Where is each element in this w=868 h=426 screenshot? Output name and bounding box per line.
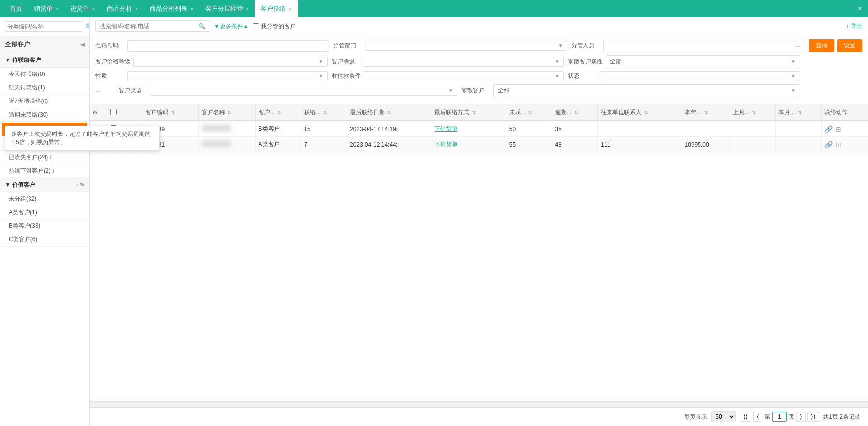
th-last-contact-method[interactable]: 最后联络方式 ⇅ bbox=[431, 104, 506, 121]
query-button[interactable]: 查询 bbox=[809, 39, 834, 52]
filter-gender: 性质 ▼ bbox=[95, 71, 328, 81]
settings-button[interactable]: 设置 bbox=[837, 39, 862, 52]
prev-page-btn[interactable]: ⟨ bbox=[753, 412, 762, 422]
export-button[interactable]: ↑ 导出 bbox=[846, 22, 862, 30]
current-page-input[interactable] bbox=[772, 412, 787, 422]
export-icon: ↑ bbox=[846, 23, 849, 29]
nav-home[interactable]: 首页 bbox=[4, 0, 28, 17]
sidebar-item-7days[interactable]: 近7天待联络(0) bbox=[0, 95, 89, 108]
row-action-grid[interactable]: ⊞ bbox=[836, 125, 841, 133]
sidebar-item-tomorrow[interactable]: 明天待联络(1) bbox=[0, 81, 89, 95]
value-customer-edit-icons[interactable]: ○ ✎ bbox=[75, 182, 84, 188]
sidebar-search-icon[interactable]: 🔍 bbox=[85, 23, 90, 30]
select-all-checkbox[interactable] bbox=[110, 109, 117, 115]
th-contacts[interactable]: 联络... ⇅ bbox=[301, 104, 347, 121]
payment-label: 收付款条件 bbox=[332, 72, 361, 80]
row-last-month bbox=[730, 137, 776, 152]
sidebar-item-today[interactable]: 今天待联络(0) bbox=[0, 68, 89, 81]
all-customers-header[interactable]: 全部客户 ◀ bbox=[0, 36, 89, 53]
row-action-link[interactable]: 🔗 bbox=[824, 125, 833, 133]
customer-type-select[interactable]: ▼ bbox=[151, 86, 457, 96]
th-this-year[interactable]: 本年... ⇅ bbox=[682, 104, 730, 121]
sidebar-item-unclassified[interactable]: 未分组(32) bbox=[0, 192, 89, 206]
row-action-grid[interactable]: ⊞ bbox=[836, 141, 841, 148]
row-action-link[interactable]: 🔗 bbox=[824, 141, 833, 148]
th-category[interactable]: 客户... ⇅ bbox=[255, 104, 301, 121]
horizontal-scrollbar[interactable] bbox=[90, 401, 868, 407]
row-category: B类客户 bbox=[255, 121, 301, 137]
filter-row-2: 客户价格等级 ▼ 客户等级 ▼ 零散客户属性 全部 bbox=[95, 55, 862, 68]
th-last-month[interactable]: 上月... ⇅ bbox=[730, 104, 776, 121]
search-input[interactable] bbox=[100, 23, 197, 29]
nav-customer-contact[interactable]: 客户联络 × bbox=[255, 0, 297, 17]
more-dots[interactable]: ··· bbox=[95, 87, 101, 95]
nav-sales-close[interactable]: × bbox=[56, 6, 59, 12]
my-customers-checkbox-area: 我分管的客户 bbox=[253, 22, 296, 30]
sidebar-item-overdue[interactable]: 逾期未联络(30) bbox=[0, 108, 89, 122]
close-all-tabs[interactable]: × bbox=[858, 4, 862, 13]
row-last-month bbox=[730, 121, 776, 137]
person-select[interactable]: ··· bbox=[603, 40, 805, 52]
th-gear[interactable]: ⚙ bbox=[90, 104, 107, 121]
all-customers-label: 全部客户 bbox=[5, 40, 30, 49]
action-buttons: 查询 设置 bbox=[809, 39, 862, 52]
filter-retail-customer: 零散客户 全部 ▼ bbox=[461, 84, 800, 97]
main-layout: 🔍 全部客户 ◀ ▼ 待联络客户 今天待联络(0) 明天待联络(1) 近7天待联… bbox=[0, 17, 868, 426]
nav-customer-tier-close[interactable]: × bbox=[246, 6, 249, 12]
retail-customer-select[interactable]: 全部 ▼ bbox=[493, 84, 800, 97]
last-page-btn[interactable]: ⟩⟩ bbox=[807, 412, 819, 422]
sidebar-item-lost[interactable]: 已流失客户(24) ℹ bbox=[0, 151, 89, 164]
my-customers-checkbox[interactable] bbox=[253, 23, 259, 29]
nav-purchase[interactable]: 进货单 × bbox=[64, 0, 101, 17]
row-unit-contacts: 111 bbox=[598, 137, 682, 152]
nav-customer-tier[interactable]: 客户分层经营 × bbox=[199, 0, 255, 17]
th-overdue[interactable]: 逾期... ⇅ bbox=[552, 104, 598, 121]
gender-select[interactable]: ▼ bbox=[127, 71, 328, 81]
status-select[interactable]: ▼ bbox=[600, 71, 800, 81]
row-last-contact-method[interactable]: 下销货单 bbox=[431, 137, 506, 152]
th-code[interactable]: 客户编码 ⇅ bbox=[142, 104, 199, 121]
sidebar-item-class-b[interactable]: B类客户(33) bbox=[0, 220, 89, 233]
retail-attr-select[interactable]: 全部 ▼ bbox=[606, 55, 800, 68]
price-level-label: 客户价格等级 bbox=[95, 58, 130, 66]
nav-product-analysis[interactable]: 商品分析 × bbox=[101, 0, 144, 17]
nav-customer-contact-close[interactable]: × bbox=[289, 6, 291, 12]
customer-level-select[interactable]: ▼ bbox=[364, 57, 564, 67]
th-name[interactable]: 客户名称 ⇅ bbox=[198, 104, 255, 121]
row-contacts: 7 bbox=[301, 137, 347, 152]
filter-search-icon[interactable]: 🔍 bbox=[198, 23, 206, 29]
filter-retail-attr: 零散客户属性 全部 ▼ bbox=[568, 55, 800, 68]
th-not-contacted[interactable]: 未联... ⇅ bbox=[506, 104, 552, 121]
sidebar-item-class-c[interactable]: C类客户(6) bbox=[0, 233, 89, 247]
nav-product-analysis-close[interactable]: × bbox=[135, 6, 138, 12]
filter-row-4: ··· 客户类型 ▼ 零散客户 全部 ▼ bbox=[95, 84, 862, 97]
th-last-contact-date[interactable]: 最后联络日期 ⇅ bbox=[347, 104, 431, 121]
phone-input[interactable] bbox=[127, 40, 329, 52]
th-this-month[interactable]: 本月... ⇅ bbox=[776, 104, 822, 121]
total-records: 共1页 2条记录 bbox=[823, 413, 860, 421]
sidebar-item-declining[interactable]: 持续下滑客户(2) ℹ bbox=[0, 164, 89, 178]
price-level-select[interactable]: ▼ bbox=[133, 57, 328, 67]
first-page-btn[interactable]: ⟨⟨ bbox=[740, 412, 751, 422]
nav-sales[interactable]: 销货单 × bbox=[28, 0, 64, 17]
row-this-month bbox=[776, 121, 822, 137]
row-last-contact-method[interactable]: 下销货单 bbox=[431, 121, 506, 137]
th-checkbox bbox=[107, 104, 127, 121]
nav-product-list[interactable]: 商品分析列表 × bbox=[144, 0, 199, 17]
per-page-select[interactable]: 50 100 200 bbox=[711, 411, 736, 422]
th-unit-contacts[interactable]: 往来单位联系人 ⇅ bbox=[598, 104, 682, 121]
sidebar-search-input[interactable] bbox=[4, 21, 83, 32]
nav-purchase-close[interactable]: × bbox=[92, 6, 95, 12]
filter-bar-top: 🔍 ▼ 更多条件 ▲ 我分管的客户 ↑ 导出 bbox=[90, 17, 868, 35]
retail-attr-label: 零散客户属性 bbox=[568, 58, 603, 66]
next-page-btn[interactable]: ⟩ bbox=[796, 412, 806, 422]
more-conditions-btn[interactable]: ▼ 更多条件 ▲ bbox=[214, 22, 249, 30]
nav-product-list-close[interactable]: × bbox=[190, 6, 193, 12]
person-dots[interactable]: ··· bbox=[795, 42, 801, 50]
filter-customer-level: 客户等级 ▼ bbox=[332, 57, 564, 67]
sidebar-item-class-a[interactable]: A类客户(1) bbox=[0, 206, 89, 220]
pagination-bar: 每页显示 50 100 200 ⟨⟨ ⟨ 第 页 ⟩ ⟩⟩ 共1页 2条记录 bbox=[90, 407, 868, 426]
payment-select[interactable]: ▼ bbox=[364, 71, 564, 81]
dept-select[interactable]: ▼ bbox=[365, 41, 567, 51]
per-page-label: 每页显示 bbox=[684, 413, 707, 421]
